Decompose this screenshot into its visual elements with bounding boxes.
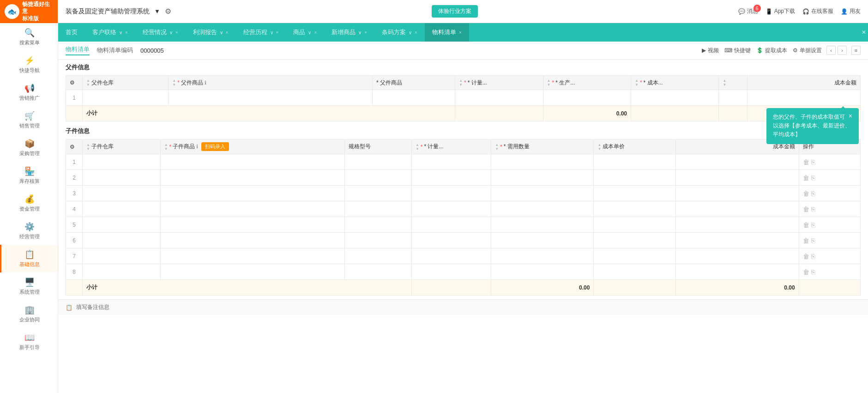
experience-button[interactable]: 体验行业方案 <box>432 5 478 18</box>
child-row-unit-1[interactable] <box>411 154 491 170</box>
child-col-settings[interactable]: ⚙ <box>66 139 83 154</box>
sidebar-item-quick-nav[interactable]: ⚡ 快捷导航 <box>0 51 58 79</box>
delete-icon-4[interactable]: 🗑 <box>803 206 809 213</box>
sub-tab-bom-code[interactable]: 物料清单编码 <box>97 46 133 54</box>
child-row-goods-5[interactable] <box>160 217 345 233</box>
tab-bom-close[interactable]: × <box>459 30 462 35</box>
unit-sort[interactable]: ▲▼ <box>459 79 463 87</box>
tab-ops-history-close[interactable]: × <box>276 30 279 35</box>
child-row-unit-3[interactable] <box>411 186 491 201</box>
tab-home[interactable]: 首页 <box>58 23 85 42</box>
child-row-qty-4[interactable] <box>491 201 594 217</box>
child-row-cost-price-1[interactable] <box>594 154 676 170</box>
shortcut-btn[interactable]: ⌨ 快捷键 <box>724 47 751 54</box>
child-row-warehouse-4[interactable] <box>83 201 161 217</box>
tab-operations-history[interactable]: 经营历程 ∨ × <box>236 23 286 42</box>
child-row-goods-6[interactable] <box>160 233 345 248</box>
child-goods-sort[interactable]: ▲▼ <box>164 143 168 151</box>
child-row-goods-8[interactable] <box>160 264 345 280</box>
copy-icon-3[interactable]: ⎘ <box>811 190 815 197</box>
copy-icon-2[interactable]: ⎘ <box>811 174 815 181</box>
delete-icon-3[interactable]: 🗑 <box>803 190 809 197</box>
copy-icon-8[interactable]: ⎘ <box>811 268 815 276</box>
child-row-qty-7[interactable] <box>491 248 594 264</box>
nav-close-all[interactable]: ✕ <box>860 29 868 36</box>
tab-barcode-close[interactable]: × <box>415 30 417 35</box>
copy-icon-6[interactable]: ⎘ <box>811 237 815 244</box>
tooltip-close-btn[interactable]: × <box>849 113 852 119</box>
child-row-goods-1[interactable] <box>160 154 345 170</box>
child-row-warehouse-6[interactable] <box>83 233 161 248</box>
parent-row-warehouse-1[interactable] <box>83 90 169 106</box>
layout-btn[interactable]: ≡ <box>851 46 861 55</box>
parent-col-settings[interactable]: ⚙ <box>66 76 83 90</box>
child-row-warehouse-5[interactable] <box>83 217 161 233</box>
tab-new-goods-close[interactable]: × <box>364 30 367 35</box>
child-row-unit-7[interactable] <box>411 248 491 264</box>
parent-row-production-1[interactable] <box>543 90 631 106</box>
child-row-unit-6[interactable] <box>411 233 491 248</box>
child-row-warehouse-1[interactable] <box>83 154 161 170</box>
child-goods-info-icon[interactable]: ℹ <box>196 144 198 150</box>
child-row-goods-4[interactable] <box>160 201 345 217</box>
delete-icon-8[interactable]: 🗑 <box>803 268 809 276</box>
delete-icon-7[interactable]: 🗑 <box>803 253 809 260</box>
child-row-goods-2[interactable] <box>160 170 345 186</box>
goods-info-icon[interactable]: ℹ <box>205 80 206 86</box>
child-row-warehouse-3[interactable] <box>83 186 161 201</box>
sidebar-item-operations[interactable]: ⚙️ 经营管理 <box>0 217 58 245</box>
sidebar-item-enterprise[interactable]: 🏢 企业协同 <box>0 300 58 328</box>
parent-row-spec-1[interactable] <box>372 90 455 106</box>
child-row-cost-price-5[interactable] <box>594 217 676 233</box>
warehouse-sort[interactable]: ▲▼ <box>86 79 90 87</box>
child-qty-sort[interactable]: ▲▼ <box>495 143 499 151</box>
parent-row-goods-1[interactable] <box>169 90 373 106</box>
gear-icon[interactable]: ⚙ <box>165 7 171 16</box>
child-row-qty-8[interactable] <box>491 264 594 280</box>
next-page-btn[interactable]: › <box>838 46 847 55</box>
child-row-unit-8[interactable] <box>411 264 491 280</box>
child-row-warehouse-7[interactable] <box>83 248 161 264</box>
child-row-unit-4[interactable] <box>411 201 491 217</box>
production-sort[interactable]: ▲▼ <box>547 79 551 87</box>
child-row-spec-1[interactable] <box>345 154 411 170</box>
parent-row-cost-1[interactable] <box>631 90 719 106</box>
child-row-spec-4[interactable] <box>345 201 411 217</box>
child-row-cost-price-6[interactable] <box>594 233 676 248</box>
copy-icon-4[interactable]: ⎘ <box>811 206 815 213</box>
extract-cost-btn[interactable]: 💲 提取成本 <box>756 47 787 54</box>
single-settings-btn[interactable]: ⚙ 单据设置 <box>793 47 822 54</box>
tab-new-goods[interactable]: 新增商品 ∨ × <box>324 23 374 42</box>
tab-operations-close[interactable]: × <box>175 30 178 35</box>
app-download-item[interactable]: 📱 App下载 <box>766 7 795 15</box>
video-btn[interactable]: ▶ 视频 <box>702 47 719 54</box>
child-row-qty-2[interactable] <box>491 170 594 186</box>
child-row-qty-5[interactable] <box>491 217 594 233</box>
tab-profit-report[interactable]: 利润报告 ∨ × <box>186 23 236 42</box>
sidebar-item-search[interactable]: 🔍 搜索菜单 <box>0 23 58 51</box>
tab-customer[interactable]: 客户联络 ∨ × <box>85 23 135 42</box>
child-row-qty-3[interactable] <box>491 186 594 201</box>
child-row-qty-1[interactable] <box>491 154 594 170</box>
tab-barcode[interactable]: 条码方案 ∨ × <box>374 23 425 42</box>
child-row-cost-price-4[interactable] <box>594 201 676 217</box>
delete-icon-6[interactable]: 🗑 <box>803 237 809 244</box>
child-row-spec-8[interactable] <box>345 264 411 280</box>
child-row-goods-7[interactable] <box>160 248 345 264</box>
child-warehouse-sort[interactable]: ▲▼ <box>86 143 90 151</box>
child-row-warehouse-8[interactable] <box>83 264 161 280</box>
parent-row-unit-1[interactable] <box>455 90 543 106</box>
sidebar-item-finance[interactable]: 💰 资金管理 <box>0 189 58 217</box>
tab-profit-close[interactable]: × <box>226 30 229 35</box>
tab-bom[interactable]: 物料清单 × <box>425 23 469 42</box>
tab-goods-close[interactable]: × <box>314 30 317 35</box>
tab-customer-close[interactable]: × <box>125 30 128 35</box>
child-cost-sort[interactable]: ▲▼ <box>597 143 601 151</box>
sidebar-item-purchase[interactable]: 📦 采购管理 <box>0 134 58 162</box>
sidebar-item-sales[interactable]: 🛒 销售管理 <box>0 106 58 134</box>
child-unit-sort[interactable]: ▲▼ <box>416 143 419 151</box>
copy-icon-1[interactable]: ⎘ <box>811 158 815 166</box>
child-row-spec-3[interactable] <box>345 186 411 201</box>
system-dropdown[interactable]: ▼ <box>154 8 160 15</box>
sidebar-item-basic-info[interactable]: 📋 基础信息 <box>0 245 58 272</box>
